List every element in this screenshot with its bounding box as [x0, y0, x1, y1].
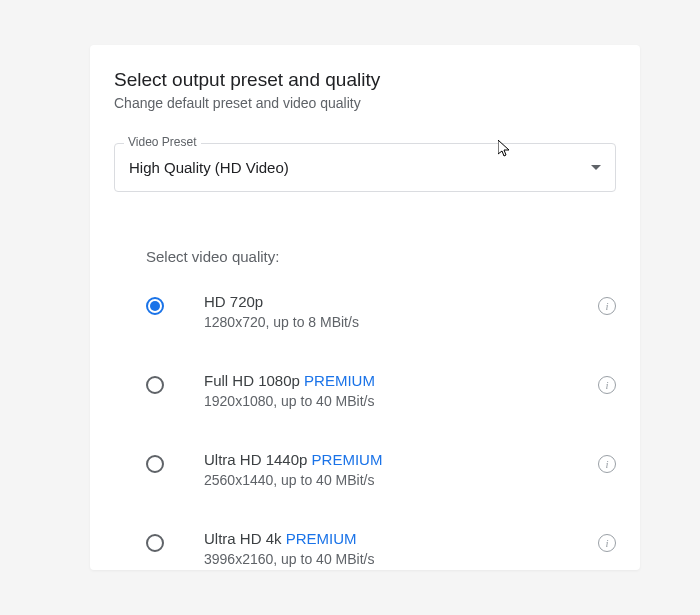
- chevron-down-icon: [591, 165, 601, 170]
- radio-content: Full HD 1080p PREMIUM 1920x1080, up to 4…: [204, 372, 598, 409]
- video-preset-select[interactable]: High Quality (HD Video): [114, 143, 616, 192]
- radio-button[interactable]: [146, 297, 164, 315]
- radio-button[interactable]: [146, 534, 164, 552]
- premium-badge: PREMIUM: [286, 530, 357, 547]
- radio-content: Ultra HD 1440p PREMIUM 2560x1440, up to …: [204, 451, 598, 488]
- quality-title: HD 720p: [204, 293, 598, 310]
- quality-title: Full HD 1080p PREMIUM: [204, 372, 598, 389]
- quality-sub: 1920x1080, up to 40 MBit/s: [204, 393, 598, 409]
- quality-sub: 3996x2160, up to 40 MBit/s: [204, 551, 598, 567]
- quality-title: Ultra HD 4k PREMIUM: [204, 530, 598, 547]
- radio-button[interactable]: [146, 455, 164, 473]
- info-icon[interactable]: i: [598, 376, 616, 394]
- quality-section-label: Select video quality:: [146, 248, 616, 265]
- radio-content: HD 720p 1280x720, up to 8 MBit/s: [204, 293, 598, 330]
- info-icon[interactable]: i: [598, 534, 616, 552]
- quality-option-720p[interactable]: HD 720p 1280x720, up to 8 MBit/s i: [146, 293, 616, 330]
- quality-radio-group: HD 720p 1280x720, up to 8 MBit/s i Full …: [146, 293, 616, 567]
- quality-title: Ultra HD 1440p PREMIUM: [204, 451, 598, 468]
- radio-button[interactable]: [146, 376, 164, 394]
- info-icon[interactable]: i: [598, 297, 616, 315]
- quality-option-4k[interactable]: Ultra HD 4k PREMIUM 3996x2160, up to 40 …: [146, 530, 616, 567]
- premium-badge: PREMIUM: [304, 372, 375, 389]
- quality-option-1440p[interactable]: Ultra HD 1440p PREMIUM 2560x1440, up to …: [146, 451, 616, 488]
- video-preset-value: High Quality (HD Video): [129, 159, 289, 176]
- quality-sub: 2560x1440, up to 40 MBit/s: [204, 472, 598, 488]
- radio-content: Ultra HD 4k PREMIUM 3996x2160, up to 40 …: [204, 530, 598, 567]
- quality-sub: 1280x720, up to 8 MBit/s: [204, 314, 598, 330]
- page-title: Select output preset and quality: [114, 69, 616, 91]
- premium-badge: PREMIUM: [312, 451, 383, 468]
- page-subtitle: Change default preset and video quality: [114, 95, 616, 111]
- quality-option-1080p[interactable]: Full HD 1080p PREMIUM 1920x1080, up to 4…: [146, 372, 616, 409]
- settings-card: Select output preset and quality Change …: [90, 45, 640, 570]
- info-icon[interactable]: i: [598, 455, 616, 473]
- video-preset-label: Video Preset: [124, 135, 201, 149]
- video-preset-field: Video Preset High Quality (HD Video): [114, 143, 616, 192]
